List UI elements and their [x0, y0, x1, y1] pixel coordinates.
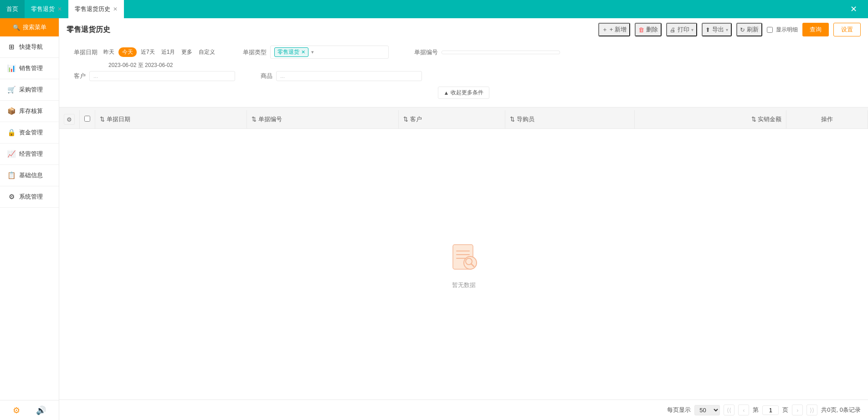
goods-input[interactable]: ... — [276, 71, 422, 81]
date-filter: 单据日期 昨天 今天 近7天 近1月 更多 自定义 — [74, 47, 217, 57]
date-options: 昨天 今天 近7天 近1月 更多 自定义 — [101, 47, 217, 57]
sidebar-settings-icon[interactable]: ⚙ — [13, 405, 20, 415]
date-opt-more[interactable]: 更多 — [179, 48, 195, 56]
th-amount: ⇅ 实销金额 — [635, 110, 786, 129]
empty-icon — [446, 239, 482, 276]
tab-retail-return[interactable]: 零售退货 ✕ — [25, 0, 68, 18]
empty-state: 暂无数据 — [59, 129, 868, 400]
print-dropdown-icon: ▾ — [691, 27, 693, 32]
settings-button[interactable]: 设置 — [833, 23, 861, 36]
empty-text: 暂无数据 — [452, 281, 476, 289]
tab-home[interactable]: 首页 — [0, 0, 25, 18]
sidebar-item-inventory[interactable]: 📦 库存核算 — [0, 101, 59, 122]
page-title-row: 零售退货历史 ＋ + 新增 🗑 删除 🖨 打印 ▾ — [67, 23, 861, 36]
refresh-icon: ↻ — [740, 26, 745, 33]
show-detail-checkbox[interactable] — [767, 27, 773, 33]
customer-label: 客户 — [74, 72, 86, 80]
add-button[interactable]: ＋ + 新增 — [598, 23, 630, 36]
print-icon: 🖨 — [670, 26, 676, 33]
sidebar-bottom: ⚙ 🔊 — [0, 400, 59, 420]
last-page-button[interactable]: ⟩⟩ — [806, 405, 817, 415]
sidebar-search[interactable]: 🔍 搜索菜单 — [0, 18, 59, 36]
query-button[interactable]: 查询 — [802, 23, 829, 36]
th-no: ⇅ 单据编号 — [247, 110, 399, 129]
date-opt-yesterday[interactable]: 昨天 — [101, 48, 117, 56]
data-table: ⚙ ⇅ 单据日期 ⇅ 单据编号 — [59, 110, 868, 129]
doc-type-label: 单据类型 — [243, 48, 267, 56]
finance-icon: 🔒 — [7, 128, 15, 137]
toolbar: ＋ + 新增 🗑 删除 🖨 打印 ▾ ⬆ 导出 — [598, 23, 861, 36]
window-close-button[interactable]: ✕ — [847, 4, 861, 14]
table-settings-icon[interactable]: ⚙ — [64, 114, 75, 125]
export-dropdown-icon: ▾ — [726, 27, 728, 32]
page-header: 零售退货历史 ＋ + 新增 🗑 删除 🖨 打印 ▾ — [59, 18, 868, 108]
select-all-checkbox[interactable] — [84, 116, 90, 122]
system-mgmt-icon: ⚙ — [7, 193, 15, 201]
pagination: 每页显示 50 10 20 100 ⟨⟨ ‹ 第 页 › ⟩⟩ 共0页, 0条记… — [59, 400, 868, 420]
print-button[interactable]: 🖨 打印 ▾ — [666, 23, 697, 36]
doc-type-filter: 单据类型 零售退货 ✕ ▾ — [243, 46, 389, 59]
top-bar-right: ✕ — [847, 4, 868, 14]
page-title: 零售退货历史 — [67, 25, 110, 35]
customer-placeholder: ... — [93, 73, 98, 79]
page-label-prefix: 第 — [753, 406, 759, 414]
goods-filter: 商品 ... — [261, 71, 422, 81]
sidebar-item-quick-nav[interactable]: ⊞ 快捷导航 — [0, 36, 59, 58]
doc-type-tag-close[interactable]: ✕ — [301, 49, 305, 55]
filter-area: 单据日期 昨天 今天 近7天 近1月 更多 自定义 单据类型 — [67, 41, 861, 107]
doc-no-filter: 单据编号 — [414, 48, 560, 56]
first-page-button[interactable]: ⟨⟨ — [724, 405, 734, 415]
tab-retail-return-close[interactable]: ✕ — [57, 6, 62, 12]
main-content: 零售退货历史 ＋ + 新增 🗑 删除 🖨 打印 ▾ — [59, 18, 868, 420]
doc-type-input[interactable]: 零售退货 ✕ ▾ — [270, 46, 389, 59]
delete-button[interactable]: 🗑 删除 — [635, 23, 662, 36]
operations-icon: 📈 — [7, 150, 15, 158]
customer-input[interactable]: ... — [89, 71, 235, 81]
page-number-input[interactable] — [762, 405, 779, 415]
inventory-icon: 📦 — [7, 107, 15, 115]
date-opt-custom[interactable]: 自定义 — [196, 48, 217, 56]
sidebar-item-system-mgmt[interactable]: ⚙ 系统管理 — [0, 186, 59, 208]
basic-info-icon: 📋 — [7, 171, 15, 179]
sidebar-item-sales-mgmt[interactable]: 📊 销售管理 — [0, 58, 59, 79]
collapse-button[interactable]: ▲ 收起更多条件 — [438, 87, 490, 99]
doc-no-input[interactable] — [442, 51, 560, 54]
page-size-label: 每页显示 — [667, 406, 691, 414]
export-icon: ⬆ — [705, 26, 710, 33]
goods-placeholder: ... — [280, 73, 285, 79]
date-opt-today[interactable]: 今天 — [118, 47, 137, 57]
sidebar-volume-icon[interactable]: 🔊 — [36, 405, 46, 415]
sidebar-item-purchase-mgmt[interactable]: 🛒 采购管理 — [0, 79, 59, 101]
show-detail-toggle[interactable]: 显示明细 — [767, 26, 798, 34]
th-date: ⇅ 单据日期 — [95, 110, 247, 129]
quick-nav-icon: ⊞ — [7, 43, 15, 51]
next-page-button[interactable]: › — [792, 405, 803, 415]
search-icon: 🔍 — [13, 24, 20, 31]
prev-page-button[interactable]: ‹ — [738, 405, 749, 415]
sidebar-item-basic-info[interactable]: 📋 基础信息 — [0, 165, 59, 186]
top-bar: 首页 零售退货 ✕ 零售退货历史 ✕ ✕ — [0, 0, 868, 18]
date-filter-label: 单据日期 — [74, 48, 98, 56]
filter-row-1: 单据日期 昨天 今天 近7天 近1月 更多 自定义 单据类型 — [74, 46, 853, 59]
th-settings: ⚙ — [59, 110, 80, 129]
filter-row-2: 客户 ... 商品 ... — [74, 71, 853, 81]
date-opt-7days[interactable]: 近7天 — [139, 48, 157, 56]
doc-type-tag: 零售退货 ✕ — [274, 47, 308, 57]
page-size-select[interactable]: 50 10 20 100 — [694, 405, 720, 415]
doc-type-dropdown-icon: ▾ — [311, 49, 314, 55]
total-label: 共0页, 0条记录 — [821, 406, 861, 414]
tab-retail-return-history[interactable]: 零售退货历史 ✕ — [68, 0, 124, 18]
sidebar-item-finance[interactable]: 🔒 资金管理 — [0, 122, 59, 143]
table-container: ⚙ ⇅ 单据日期 ⇅ 单据编号 — [59, 110, 868, 420]
filter-row-date-range: 2023-06-02 至 2023-06-02 — [74, 61, 853, 69]
refresh-button[interactable]: ↻ 刷新 — [736, 23, 762, 36]
export-button[interactable]: ⬆ 导出 ▾ — [702, 23, 732, 36]
date-range-display: 2023-06-02 至 2023-06-02 — [108, 61, 173, 69]
date-opt-1month[interactable]: 近1月 — [159, 48, 178, 56]
sidebar-item-operations[interactable]: 📈 经营管理 — [0, 143, 59, 165]
th-customer: ⇅ 客户 — [399, 110, 505, 129]
table-header: ⚙ ⇅ 单据日期 ⇅ 单据编号 — [59, 110, 868, 129]
add-icon: ＋ — [602, 26, 608, 34]
sidebar: 🔍 搜索菜单 ⊞ 快捷导航 📊 销售管理 🛒 采购管理 📦 库存核算 🔒 资金管… — [0, 18, 59, 420]
tab-retail-return-history-close[interactable]: ✕ — [113, 6, 118, 12]
